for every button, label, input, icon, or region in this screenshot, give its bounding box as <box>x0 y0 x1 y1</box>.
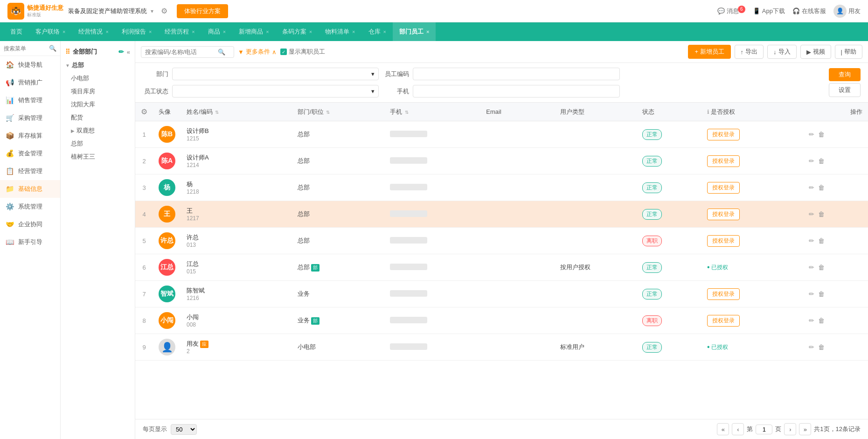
trial-btn[interactable]: 体验行业方案 <box>177 4 228 18</box>
tab-barcode[interactable]: 条码方案 × <box>276 22 319 41</box>
online-service-btn[interactable]: 🎧 在线客服 <box>792 7 826 15</box>
filter-dept-select[interactable]: ▾ <box>172 68 379 80</box>
delete-icon[interactable]: 🗑 <box>818 184 825 191</box>
auth-btn[interactable]: 授权登录 <box>707 288 740 300</box>
edit-icon[interactable]: ✏ <box>809 131 814 138</box>
reset-btn[interactable]: 设置 <box>829 83 861 97</box>
delete-icon[interactable]: 🗑 <box>818 131 825 138</box>
auth-btn[interactable]: 授权登录 <box>707 182 740 194</box>
col-header-name[interactable]: 姓名/编码 ⇅ <box>181 103 292 121</box>
edit-icon[interactable]: ✏ <box>809 157 814 165</box>
dept-node-xd[interactable]: 小电部 <box>61 72 135 85</box>
tab-operations[interactable]: 经营情况 × <box>72 22 115 41</box>
delete-icon[interactable]: 🗑 <box>818 237 825 244</box>
import-btn[interactable]: ↓ 导入 <box>767 45 797 59</box>
sidebar-item-label: 系统管理 <box>18 202 42 211</box>
filter-empcode-input[interactable] <box>413 68 619 80</box>
sidebar-item-finance[interactable]: 💰 资金管理 <box>0 145 60 162</box>
prev-page-btn[interactable]: ‹ <box>732 423 744 435</box>
tab-home[interactable]: 首页 <box>4 22 29 41</box>
more-filter-btn[interactable]: ▼ 更多条件 ∧ <box>238 48 277 56</box>
tab-department[interactable]: 部门员工 × <box>393 22 436 41</box>
next-page-btn[interactable]: › <box>784 423 796 435</box>
tab-warehouse[interactable]: 仓库 × <box>362 22 393 41</box>
delete-icon[interactable]: 🗑 <box>818 210 825 218</box>
first-page-btn[interactable]: « <box>717 423 729 435</box>
per-page-select[interactable]: 50 100 200 <box>171 424 197 435</box>
sidebar-item-basic[interactable]: 📁 基础信息 <box>0 180 60 198</box>
sidebar-item-inventory[interactable]: 📦 库存核算 <box>0 127 60 145</box>
delete-icon[interactable]: 🗑 <box>818 290 825 298</box>
tab-history[interactable]: 经营历程 × <box>158 22 201 41</box>
col-header-dept[interactable]: 部门/职位 ⇅ <box>292 103 384 121</box>
dept-all-label[interactable]: 全部部门 <box>73 48 116 56</box>
sidebar-item-system[interactable]: ⚙️ 系统管理 <box>0 198 60 216</box>
sidebar-item-collab[interactable]: 🤝 企业协同 <box>0 216 60 233</box>
dept-node-sy[interactable]: 沈阳大库 <box>61 98 135 111</box>
edit-icon[interactable]: ✏ <box>809 290 814 298</box>
help-btn[interactable]: | 帮助 <box>835 45 862 59</box>
dept-node-ph[interactable]: 配货 <box>61 111 135 124</box>
messages-btn[interactable]: 💬 消息 6 <box>717 7 745 15</box>
col-header-phone[interactable]: 手机 ⇅ <box>384 103 480 121</box>
tab-profit[interactable]: 利润报告 × <box>115 22 158 41</box>
import-icon: ↓ <box>773 49 777 56</box>
auth-btn[interactable]: 授权登录 <box>707 235 740 247</box>
tab-goods[interactable]: 商品 × <box>201 22 232 41</box>
add-employee-btn[interactable]: + 新增员工 <box>688 45 730 59</box>
sidebar-item-quicknav[interactable]: 🏠 快捷导航 <box>0 56 60 74</box>
show-resigned-area[interactable]: ✓ 显示离职员工 <box>280 48 325 56</box>
sidebar-item-purchase[interactable]: 🛒 采购管理 <box>0 109 60 127</box>
tab-add-goods[interactable]: 新增商品 × <box>232 22 275 41</box>
filter-phone-input[interactable] <box>413 85 619 98</box>
auth-btn[interactable]: 授权登录 <box>707 129 740 140</box>
search-input[interactable] <box>145 49 215 56</box>
sidebar-item-sales[interactable]: 📊 销售管理 <box>0 91 60 109</box>
filter-btns: 查询 设置 <box>829 68 861 97</box>
delete-icon[interactable]: 🗑 <box>818 157 825 165</box>
edit-icon[interactable]: ✏ <box>809 237 814 244</box>
dept-collapse-icon[interactable]: « <box>127 49 130 56</box>
edit-icon[interactable]: ✏ <box>809 317 814 324</box>
tab-bom[interactable]: 物料清单 × <box>319 22 361 41</box>
dept-node-xm[interactable]: 项目库房 <box>61 85 135 98</box>
export-btn[interactable]: ↑ 导出 <box>735 45 764 59</box>
view-btn[interactable]: ▶ 视频 <box>800 45 831 59</box>
search-submit-icon[interactable]: 🔍 <box>218 49 225 56</box>
dept-edit-icon[interactable]: ✏ <box>118 48 124 56</box>
auth-btn[interactable]: 授权登录 <box>707 315 740 327</box>
app-download-btn[interactable]: 📱 App下载 <box>753 7 785 15</box>
edit-icon[interactable]: ✏ <box>809 343 814 351</box>
cell-dept: 总部 <box>292 121 384 148</box>
delete-icon[interactable]: 🗑 <box>818 343 825 351</box>
auth-btn[interactable]: 授权登录 <box>707 209 740 220</box>
sidebar-item-marketing[interactable]: 📢 营销推广 <box>0 74 60 91</box>
sys-dropdown-arrow[interactable]: ▾ <box>151 8 153 14</box>
dept-node-zb[interactable]: 总部 <box>61 137 135 150</box>
filter-empstatus-select[interactable]: ▾ <box>172 85 379 98</box>
auth-btn[interactable]: 授权登录 <box>707 155 740 167</box>
delete-icon[interactable]: 🗑 <box>818 317 825 324</box>
sidebar-item-guide[interactable]: 📖 新手引导 <box>0 233 60 251</box>
edit-icon[interactable]: ✏ <box>809 210 814 218</box>
query-btn[interactable]: 查询 <box>829 68 861 81</box>
status-badge: 正常 <box>642 262 662 273</box>
cell-email <box>480 174 555 201</box>
show-resigned-checkbox[interactable]: ✓ <box>280 49 287 55</box>
table-settings-icon[interactable]: ⚙ <box>141 108 147 116</box>
dept-node-zs[interactable]: 植树王三 <box>61 150 135 163</box>
logo-text: 畅捷通好生意 标准版 <box>27 4 63 18</box>
edit-icon[interactable]: ✏ <box>809 264 814 271</box>
sidebar-item-operation[interactable]: 📋 经营管理 <box>0 162 60 180</box>
last-page-btn[interactable]: » <box>799 423 811 435</box>
delete-icon[interactable]: 🗑 <box>818 264 825 271</box>
tab-customer[interactable]: 客户联络 × <box>29 22 72 41</box>
page-input[interactable] <box>756 425 772 434</box>
cell-index: 8 <box>135 307 153 334</box>
dept-node-zongbu-parent[interactable]: ▼ 总部 <box>61 59 135 72</box>
dept-node-sl[interactable]: ▶ 双鹿想 <box>61 124 135 137</box>
sidebar-search-input[interactable] <box>4 45 46 52</box>
user-area[interactable]: 👤 用友 <box>833 5 861 18</box>
settings-icon[interactable]: ⚙ <box>161 7 167 15</box>
edit-icon[interactable]: ✏ <box>809 184 814 191</box>
